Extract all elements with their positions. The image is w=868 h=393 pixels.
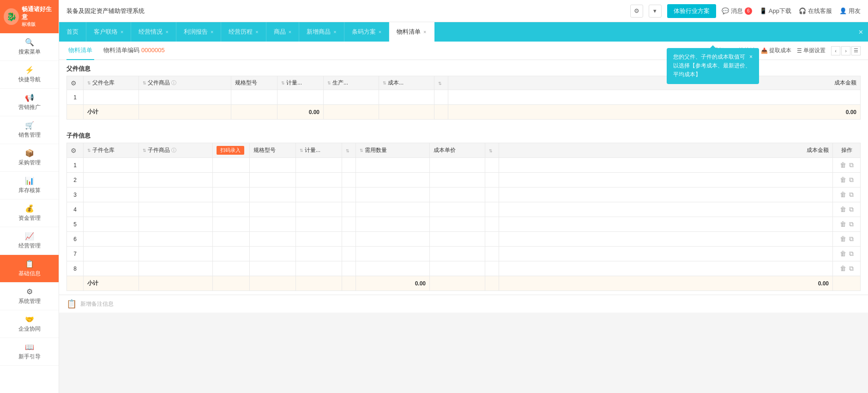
parent-cell-qty-1[interactable] (277, 90, 324, 105)
nav-tab-close-1[interactable]: × (121, 29, 123, 35)
nav-tab-close-7[interactable]: × (379, 29, 381, 35)
child-cell-scan-4[interactable] (213, 202, 250, 217)
tooltip-close-btn[interactable]: × (749, 53, 753, 61)
single-settings-action[interactable]: ☰ 单据设置 (797, 47, 826, 54)
nav-next[interactable]: › (841, 46, 850, 55)
child-cell-qty-8[interactable] (296, 261, 342, 276)
child-cell-needed-qty-8[interactable] (356, 261, 430, 276)
child-cell-scan-8[interactable] (213, 261, 250, 276)
child-cell-needed-qty-1[interactable] (356, 158, 430, 173)
child-cell-warehouse-3[interactable] (84, 187, 139, 202)
nav-tab-3[interactable]: 利润报告 × (176, 22, 221, 42)
sidebar-item-enterprise[interactable]: 🤝 企业协同 (0, 310, 59, 338)
child-cell-spec-4[interactable] (250, 202, 296, 217)
nav-prev[interactable]: ‹ (831, 46, 840, 55)
sidebar-item-basic[interactable]: 📋 基础信息 (0, 255, 59, 283)
delete-icon-7[interactable]: 🗑 (840, 250, 846, 258)
child-cell-scan-6[interactable] (213, 232, 250, 247)
extract-cost-action[interactable]: 📥 提取成本 (761, 47, 791, 54)
child-cell-needed-qty-6[interactable] (356, 232, 430, 247)
parent-cell-cost-1[interactable] (379, 90, 434, 105)
child-cell-unit-cost-6[interactable] (430, 232, 485, 247)
nav-tab-close-2[interactable]: × (165, 29, 168, 35)
nav-tab-close-8[interactable]: × (423, 29, 426, 35)
user-item[interactable]: 👤 用友 (839, 7, 861, 15)
copy-icon-2[interactable]: ⧉ (849, 176, 854, 184)
child-cell-product-7[interactable] (139, 247, 213, 261)
child-cell-spec-5[interactable] (250, 217, 296, 232)
child-cell-unit-cost-8[interactable] (430, 261, 485, 276)
child-cell-qty-1[interactable] (296, 158, 342, 173)
parent-cell-amount-1[interactable] (448, 90, 861, 105)
child-cell-amount-6[interactable] (499, 232, 833, 247)
experience-btn[interactable]: 体验行业方案 (667, 4, 716, 18)
child-cell-spec-6[interactable] (250, 232, 296, 247)
child-cell-amount-5[interactable] (499, 217, 833, 232)
child-cell-unit-cost-5[interactable] (430, 217, 485, 232)
delete-icon-3[interactable]: 🗑 (840, 191, 846, 199)
message-item[interactable]: 💬 消息 6 (722, 7, 752, 15)
child-cell-scan-2[interactable] (213, 173, 250, 187)
dropdown-icon[interactable]: ▾ (649, 5, 662, 18)
settings-icon[interactable]: ⚙ (630, 5, 643, 18)
child-cell-amount-8[interactable] (499, 261, 833, 276)
nav-tab-6[interactable]: 新增商品 × (299, 22, 344, 42)
sidebar-item-operation[interactable]: 📈 经营管理 (0, 227, 59, 255)
scan-button[interactable]: 扫码录入 (217, 146, 244, 155)
child-cell-spec-7[interactable] (250, 247, 296, 261)
sidebar-item-sales[interactable]: 🛒 销售管理 (0, 116, 59, 144)
sidebar-item-marketing[interactable]: 📢 营销推广 (0, 89, 59, 116)
child-cell-unit-cost-3[interactable] (430, 187, 485, 202)
child-cell-amount-2[interactable] (499, 173, 833, 187)
child-cell-scan-3[interactable] (213, 187, 250, 202)
sidebar-item-inventory[interactable]: 📊 库存核算 (0, 172, 59, 200)
child-cell-warehouse-8[interactable] (84, 261, 139, 276)
nav-tab-4[interactable]: 经营历程 × (221, 22, 266, 42)
nav-tab-close-3[interactable]: × (211, 29, 213, 35)
child-cell-needed-qty-2[interactable] (356, 173, 430, 187)
delete-icon-1[interactable]: 🗑 (840, 161, 846, 169)
child-cell-product-8[interactable] (139, 261, 213, 276)
sidebar-item-search[interactable]: 🔍 搜索菜单 (0, 33, 59, 61)
child-cell-warehouse-1[interactable] (84, 158, 139, 173)
delete-icon-6[interactable]: 🗑 (840, 235, 846, 243)
nav-tab-7[interactable]: 条码方案 × (344, 22, 389, 42)
delete-icon-4[interactable]: 🗑 (840, 206, 846, 213)
child-cell-qty-2[interactable] (296, 173, 342, 187)
child-cell-qty-6[interactable] (296, 232, 342, 247)
child-cell-product-3[interactable] (139, 187, 213, 202)
child-cell-unit-cost-2[interactable] (430, 173, 485, 187)
nav-tab-close-6[interactable]: × (333, 29, 336, 35)
copy-icon-4[interactable]: ⧉ (849, 206, 854, 213)
child-cell-spec-2[interactable] (250, 173, 296, 187)
child-cell-warehouse-6[interactable] (84, 232, 139, 247)
child-cell-warehouse-5[interactable] (84, 217, 139, 232)
parent-cell-warehouse-1[interactable] (84, 90, 139, 105)
parent-cell-product-1[interactable] (139, 90, 231, 105)
child-cell-qty-7[interactable] (296, 247, 342, 261)
child-cell-scan-1[interactable] (213, 158, 250, 173)
parent-cell-spec-1[interactable] (231, 90, 277, 105)
child-cell-amount-3[interactable] (499, 187, 833, 202)
child-cell-warehouse-4[interactable] (84, 202, 139, 217)
child-cell-needed-qty-7[interactable] (356, 247, 430, 261)
child-cell-qty-4[interactable] (296, 202, 342, 217)
child-cell-qty-5[interactable] (296, 217, 342, 232)
child-cell-unit-cost-4[interactable] (430, 202, 485, 217)
nav-tab-0[interactable]: 首页 (59, 22, 86, 42)
parent-cell-produce-1[interactable] (324, 90, 379, 105)
child-cell-product-5[interactable] (139, 217, 213, 232)
child-cell-product-2[interactable] (139, 173, 213, 187)
copy-icon-1[interactable]: ⧉ (849, 161, 854, 169)
sidebar-item-finance[interactable]: 💰 资金管理 (0, 200, 59, 227)
sidebar-item-nav[interactable]: ⚡ 快捷导航 (0, 61, 59, 89)
copy-icon-7[interactable]: ⧉ (849, 250, 854, 258)
nav-tab-2[interactable]: 经营情况 × (131, 22, 176, 42)
nav-tab-close-5[interactable]: × (289, 29, 291, 35)
child-cell-warehouse-7[interactable] (84, 247, 139, 261)
nav-tab-1[interactable]: 客户联络 × (86, 22, 131, 42)
nav-tab-8[interactable]: 物料清单 × (389, 22, 434, 42)
parent-settings-icon[interactable]: ⚙ (71, 79, 77, 87)
child-cell-scan-7[interactable] (213, 247, 250, 261)
nav-tab-5[interactable]: 商品 × (266, 22, 299, 42)
